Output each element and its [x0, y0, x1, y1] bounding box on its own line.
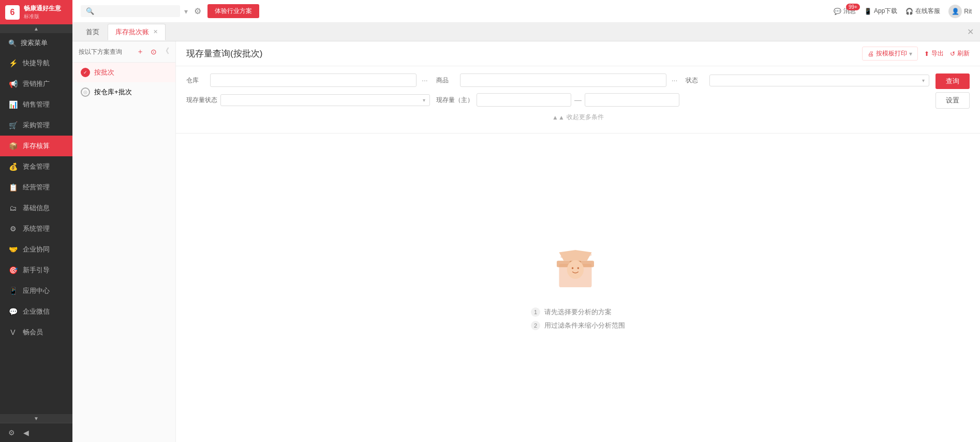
messages-badge: 99+ — [846, 4, 860, 10]
scheme-item-by-batch[interactable]: ✓ 按批次 — [72, 63, 175, 82]
search-icon: 🔍 — [8, 39, 17, 47]
left-panel: 按以下方案查询 ＋ ⊙ 《 ✓ 按批次 ◎ 按仓库+批次 — [72, 41, 176, 442]
purchase-icon: 🛒 — [8, 121, 18, 129]
left-panel-actions: ＋ ⊙ 《 — [135, 47, 169, 57]
right-panel: 现存量查询(按批次) 🖨 按模板打印 ▾ ⬆ 导出 ↺ 刷新 — [176, 41, 980, 442]
sidebar-item-basic[interactable]: 🗂 基础信息 — [0, 198, 72, 218]
hint-text-1: 请先选择要分析的方案 — [544, 307, 612, 317]
sidebar-item-label: 企业微信 — [23, 307, 50, 316]
inventory-status-label: 现存量状态 — [186, 96, 217, 105]
sidebar-search-item[interactable]: 🔍 搜索菜单 — [0, 33, 72, 53]
messages-item[interactable]: 💬 消息 99+ — [834, 7, 856, 16]
status-label: 状态 — [686, 76, 706, 85]
sidebar-item-system[interactable]: ⚙ 系统管理 — [0, 218, 72, 239]
sidebar-item-finance[interactable]: 💰 资金管理 — [0, 156, 72, 177]
query-btn[interactable]: 查询 — [936, 73, 970, 89]
warehouse-input[interactable] — [210, 73, 417, 87]
left-panel-title: 按以下方案查询 — [79, 48, 122, 56]
main-area: 🔍 ▾ ⚙ 体验行业方案 💬 消息 99+ 📱 App下载 🎧 在线客服 👤 R — [72, 0, 980, 442]
sidebar-item-membership[interactable]: V 畅会员 — [0, 322, 72, 343]
topbar-settings-icon[interactable]: ⚙ — [194, 6, 201, 16]
collapse-filter-row[interactable]: ▲▲ 收起更多条件 — [186, 109, 970, 126]
sidebar-scroll-up[interactable]: ▲ — [0, 24, 72, 33]
app-logo: 6 — [5, 5, 20, 20]
sidebar-item-sales[interactable]: 📊 销售管理 — [0, 94, 72, 115]
print-btn-label: 按模板打印 — [876, 49, 907, 58]
svg-point-7 — [589, 253, 591, 256]
svg-point-4 — [572, 267, 574, 269]
filter-settings-btn[interactable]: 设置 — [936, 92, 970, 109]
sidebar-item-wechat[interactable]: 💬 企业微信 — [0, 301, 72, 322]
sidebar-item-inventory[interactable]: 📦 库存核算 — [0, 136, 72, 156]
app-download-item[interactable]: 📱 App下载 — [864, 7, 897, 16]
topbar-search-box[interactable]: 🔍 — [81, 5, 180, 17]
hint-number-2: 2 — [531, 321, 540, 330]
sidebar-item-quicknav[interactable]: ⚡ 快捷导航 — [0, 53, 72, 73]
sidebar-item-label: 经营管理 — [23, 183, 50, 192]
sidebar-item-label: 销售管理 — [23, 100, 50, 109]
svg-point-6 — [560, 256, 562, 258]
empty-hint-1: 1 请先选择要分析的方案 — [531, 307, 625, 317]
export-btn[interactable]: ⬆ 导出 — [924, 49, 944, 58]
appcenter-icon: 📱 — [8, 287, 18, 295]
topbar-search-input[interactable] — [97, 8, 175, 15]
sidebar-nav: ⚡ 快捷导航 📢 营销推广 📊 销售管理 🛒 采购管理 📦 库存核算 💰 资金管… — [0, 53, 72, 414]
print-btn[interactable]: 🖨 按模板打印 ▾ — [862, 47, 918, 61]
inventory-qty-dash: — — [574, 96, 582, 104]
tab-close-icon[interactable]: ✕ — [153, 29, 158, 35]
scheme-active-icon: ✓ — [81, 68, 90, 77]
scheme-item-by-warehouse-batch[interactable]: ◎ 按仓库+批次 — [72, 82, 175, 102]
scheme-inactive-icon: ◎ — [81, 87, 90, 97]
sidebar-item-label: 资金管理 — [23, 162, 50, 171]
product-more-btn[interactable]: ··· — [670, 76, 680, 84]
inventory-status-select[interactable]: ▾ — [220, 94, 430, 106]
topbar-right: 💬 消息 99+ 📱 App下载 🎧 在线客服 👤 Rit — [834, 5, 972, 18]
tabs-bar: 首页 库存批次账 ✕ ✕ — [72, 23, 980, 41]
svg-point-8 — [592, 261, 594, 262]
sidebar-search-label: 搜索菜单 — [21, 38, 48, 48]
collapse-sidebar-icon[interactable]: ◀ — [23, 429, 29, 437]
sidebar-item-label: 企业协同 — [23, 245, 50, 254]
inventory-status-filter: 现存量状态 ▾ — [186, 94, 430, 106]
inventory-qty-label: 现存量（主） — [436, 96, 473, 105]
refresh-icon: ↺ — [950, 50, 955, 57]
finance-icon: 💰 — [8, 163, 18, 171]
scheme-settings-icon[interactable]: ⊙ — [149, 47, 159, 57]
inventory-qty-from-input[interactable] — [477, 93, 571, 107]
sidebar-item-purchase[interactable]: 🛒 采购管理 — [0, 115, 72, 136]
sales-icon: 📊 — [8, 100, 18, 109]
basic-icon: 🗂 — [8, 204, 18, 212]
status-select[interactable]: ▾ — [709, 75, 929, 86]
collapse-label: 收起更多条件 — [567, 113, 604, 122]
print-icon: 🖨 — [868, 50, 874, 57]
warehouse-filter: 仓库 ··· — [186, 73, 430, 87]
sidebar: 6 畅康通好生意 标准版 ▲ 🔍 搜索菜单 ⚡ 快捷导航 📢 营销推广 📊 销售… — [0, 0, 72, 442]
experience-btn[interactable]: 体验行业方案 — [207, 4, 259, 18]
tab-close-panel-icon[interactable]: ✕ — [967, 27, 974, 37]
refresh-btn[interactable]: ↺ 刷新 — [950, 49, 970, 58]
inventory-status-dropdown-icon: ▾ — [423, 97, 425, 103]
sidebar-item-marketing[interactable]: 📢 营销推广 — [0, 73, 72, 94]
sidebar-item-enterprise[interactable]: 🤝 企业协同 — [0, 239, 72, 260]
sidebar-item-newbie[interactable]: 🎯 新手引导 — [0, 260, 72, 281]
message-icon: 💬 — [834, 8, 841, 15]
add-scheme-icon[interactable]: ＋ — [135, 47, 145, 57]
sidebar-item-appcenter[interactable]: 📱 应用中心 — [0, 281, 72, 301]
sidebar-header: 6 畅康通好生意 标准版 — [0, 0, 72, 24]
product-input[interactable] — [460, 73, 666, 87]
sidebar-item-operations[interactable]: 📋 经营管理 — [0, 177, 72, 198]
settings-footer-icon[interactable]: ⚙ — [8, 429, 15, 437]
tab-home[interactable]: 首页 — [79, 24, 107, 40]
inventory-qty-to-input[interactable] — [585, 93, 679, 107]
topbar-dropdown-icon[interactable]: ▾ — [184, 7, 188, 16]
user-name: Rit — [964, 8, 972, 15]
print-dropdown-icon[interactable]: ▾ — [909, 50, 912, 57]
user-item[interactable]: 👤 Rit — [948, 5, 972, 18]
sidebar-scroll-down[interactable]: ▼ — [0, 414, 72, 423]
sidebar-item-label: 营销推广 — [23, 79, 50, 89]
online-service-item[interactable]: 🎧 在线客服 — [905, 7, 940, 16]
left-panel-collapse-icon[interactable]: 《 — [162, 47, 169, 57]
warehouse-more-btn[interactable]: ··· — [420, 76, 430, 84]
refresh-btn-label: 刷新 — [957, 49, 970, 58]
tab-inventory-batch[interactable]: 库存批次账 ✕ — [108, 24, 166, 40]
